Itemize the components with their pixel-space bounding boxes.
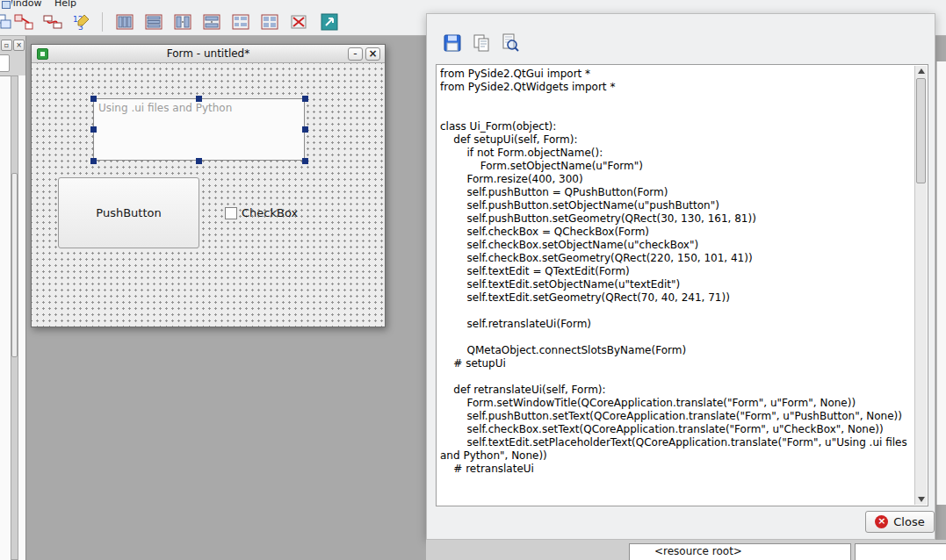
menu-help[interactable]: Help (54, 0, 76, 8)
edit-signals-slots-button[interactable] (12, 11, 35, 33)
checkbox-indicator (225, 207, 237, 219)
layout-vertical-icon (142, 11, 165, 32)
selection-handle[interactable] (302, 158, 308, 164)
widget-filter-input[interactable] (0, 54, 10, 72)
edit-buddies-button[interactable] (41, 11, 64, 33)
selection-handle[interactable] (90, 158, 97, 164)
layout-horizontal-button[interactable] (113, 11, 136, 33)
bottom-right-panel (855, 543, 946, 560)
copy-button[interactable] (471, 32, 494, 55)
app-icon (0, 0, 11, 9)
widget-box-list (0, 75, 11, 560)
dock-float-icon: ▫ (4, 41, 9, 49)
form-window-title: Form - untitled* (32, 45, 385, 62)
arrow-up-icon (918, 68, 925, 74)
code-preview-dialog: from PySide2.QtGui import * from PySide2… (426, 13, 935, 540)
qt-designer-screen: Window Help (0, 0, 946, 560)
selection-handle[interactable] (90, 126, 97, 133)
textedit-placeholder: Using .ui files and Python (94, 99, 304, 117)
widget-box-scrollbar-thumb[interactable] (11, 173, 18, 357)
find-button[interactable] (500, 32, 523, 55)
selection-handle[interactable] (196, 96, 202, 102)
layout-splitter-vertical-button[interactable] (200, 11, 223, 33)
selection-handle[interactable] (302, 96, 308, 102)
dock-float-button[interactable]: ▫ (1, 39, 12, 51)
close-dialog-button[interactable]: × Close (865, 511, 935, 533)
code-scrollbar-thumb[interactable] (916, 78, 926, 183)
layout-form-button[interactable] (229, 11, 252, 33)
selection-handle[interactable] (196, 158, 202, 164)
break-layout-icon (287, 11, 310, 32)
arrow-down-icon (918, 497, 925, 502)
widget-box-dock: ▫ × (0, 36, 26, 560)
scroll-down-button[interactable] (918, 497, 925, 502)
scroll-up-button[interactable] (918, 68, 925, 74)
find-icon (500, 43, 521, 56)
checkbox-widget[interactable]: CheckBox (225, 195, 314, 231)
edit-tab-order-icon: 12 3 (70, 11, 93, 32)
checkbox-label: CheckBox (242, 206, 298, 219)
layout-grid-button[interactable] (258, 11, 281, 33)
code-scrollbar[interactable] (914, 66, 927, 505)
adjust-size-icon (318, 11, 341, 32)
menubar: Window Help (0, 0, 946, 9)
form-designer-window: Form - untitled* - × Using .ui files and… (31, 44, 386, 327)
break-layout-button[interactable] (287, 11, 310, 33)
form-icon (37, 48, 48, 60)
layout-splitter-vertical-icon (200, 11, 223, 32)
edit-signals-slots-icon (12, 11, 35, 32)
dock-close-icon: × (16, 41, 22, 49)
save-button[interactable] (442, 32, 465, 55)
edit-tab-order-button[interactable]: 12 3 (70, 11, 93, 33)
dock-close-button[interactable]: × (13, 39, 25, 51)
form-canvas[interactable]: Using .ui files and Python PushButton Ch… (32, 63, 385, 327)
toolbar-separator (102, 12, 103, 32)
layout-splitter-horizontal-button[interactable] (171, 11, 194, 33)
layout-grid-icon (258, 11, 281, 32)
code-view: from PySide2.QtGui import * from PySide2… (436, 64, 928, 506)
code-text[interactable]: from PySide2.QtGui import * from PySide2… (440, 68, 913, 502)
widget-box-scrollbar[interactable] (11, 75, 18, 560)
selection-handle[interactable] (302, 126, 308, 133)
adjust-size-button[interactable] (318, 11, 341, 33)
resource-root-item[interactable]: <resource root> (654, 545, 742, 557)
layout-form-icon (229, 11, 252, 32)
textedit-widget[interactable]: Using .ui files and Python (93, 98, 305, 161)
save-icon (442, 43, 463, 56)
selection-handle[interactable] (90, 96, 97, 102)
layout-vertical-button[interactable] (142, 11, 165, 33)
pushbutton-widget[interactable]: PushButton (58, 177, 199, 248)
close-button[interactable]: × (365, 47, 380, 61)
widget-box-list-edge (18, 75, 25, 560)
edit-buddies-icon (41, 11, 64, 32)
layout-splitter-horizontal-icon (171, 11, 194, 32)
copy-icon (471, 43, 492, 56)
minimize-button[interactable]: - (348, 47, 363, 61)
close-dialog-label: Close (893, 515, 924, 528)
form-window-titlebar[interactable]: Form - untitled* - × (32, 45, 385, 63)
resource-browser-panel: <resource root> (629, 543, 851, 560)
layout-horizontal-icon (113, 11, 136, 32)
right-panel-edge (936, 61, 946, 505)
close-icon: × (875, 515, 888, 528)
